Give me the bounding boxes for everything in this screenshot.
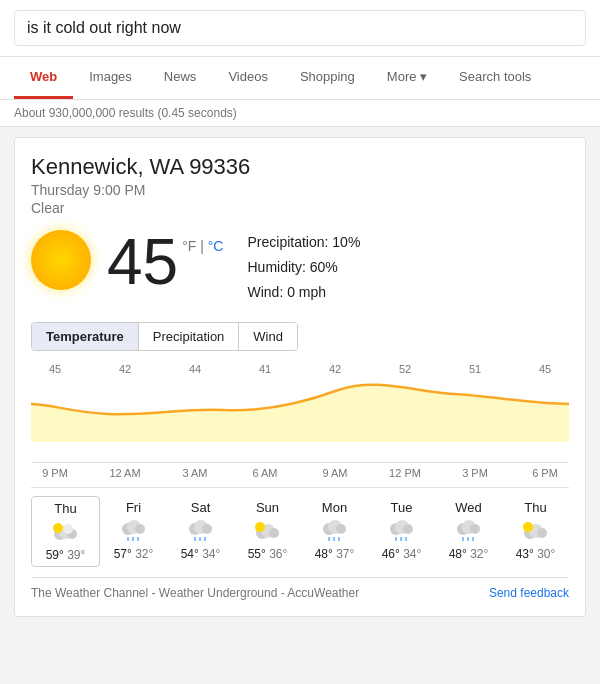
- forecast-day-name-5: Tue: [370, 500, 433, 515]
- time-label-7: 6 PM: [525, 467, 565, 479]
- main-content: Kennewick, WA 99336 Thursday 9:00 PM Cle…: [0, 127, 600, 627]
- forecast-temps-3: 55° 36°: [236, 547, 299, 561]
- chart-svg: [31, 382, 569, 442]
- temperature-chart: 45 42 44 41 42 52 51 45: [31, 363, 569, 463]
- svg-point-41: [537, 528, 547, 538]
- forecast-day-name-6: Wed: [437, 500, 500, 515]
- humidity-detail: Humidity: 60%: [247, 255, 360, 280]
- chart-tab-temperature[interactable]: Temperature: [32, 323, 139, 350]
- sun-icon: [31, 230, 91, 290]
- forecast-icon-1: [118, 519, 150, 541]
- time-label-1: 12 AM: [105, 467, 145, 479]
- temp-unit-c[interactable]: °C: [208, 238, 224, 254]
- weather-condition: Clear: [31, 200, 569, 216]
- chart-val-4: 42: [315, 363, 355, 375]
- time-label-3: 6 AM: [245, 467, 285, 479]
- forecast-icon-7: [520, 519, 552, 541]
- svg-point-13: [202, 524, 212, 534]
- temp-unit-separator: |: [200, 238, 208, 254]
- forecast-temps-6: 48° 32°: [437, 547, 500, 561]
- chart-val-2: 44: [175, 363, 215, 375]
- weather-sources: The Weather Channel - Weather Undergroun…: [31, 586, 359, 600]
- chart-tabs: Temperature Precipitation Wind: [31, 322, 298, 351]
- forecast-day-name-0: Thu: [34, 501, 97, 516]
- forecast-temps-1: 57° 32°: [102, 547, 165, 561]
- tab-shopping[interactable]: Shopping: [284, 57, 371, 99]
- forecast-day-name-3: Sun: [236, 500, 299, 515]
- forecast-day-2[interactable]: Sat 54° 34°: [167, 496, 234, 567]
- weather-main: 45 °F | °C Precipitation: 10% Humidity: …: [31, 230, 569, 306]
- svg-point-7: [135, 524, 145, 534]
- forecast-temps-7: 43° 30°: [504, 547, 567, 561]
- svg-point-19: [269, 528, 279, 538]
- chart-tab-wind[interactable]: Wind: [239, 323, 297, 350]
- forecast-day-0[interactable]: Thu 59° 39°: [31, 496, 100, 567]
- tab-search-tools[interactable]: Search tools: [443, 57, 547, 99]
- forecast-day-name-4: Mon: [303, 500, 366, 515]
- wind-detail: Wind: 0 mph: [247, 280, 360, 305]
- chart-time-labels: 9 PM 12 AM 3 AM 6 AM 9 AM 12 PM 3 PM 6 P…: [31, 467, 569, 479]
- forecast-icon-6: [453, 519, 485, 541]
- forecast-temps-0: 59° 39°: [34, 548, 97, 562]
- chart-val-3: 41: [245, 363, 285, 375]
- svg-point-23: [336, 524, 346, 534]
- forecast-icon-0: [50, 520, 82, 542]
- chart-val-5: 52: [385, 363, 425, 375]
- time-label-5: 12 PM: [385, 467, 425, 479]
- weather-location: Kennewick, WA 99336: [31, 154, 569, 180]
- forecast-icon-2: [185, 519, 217, 541]
- svg-point-3: [63, 524, 73, 534]
- forecast-day-6[interactable]: Wed 48° 32°: [435, 496, 502, 567]
- svg-point-42: [523, 522, 533, 532]
- forecast-day-7[interactable]: Thu 43° 30°: [502, 496, 569, 567]
- svg-point-29: [403, 524, 413, 534]
- weather-card: Kennewick, WA 99336 Thursday 9:00 PM Cle…: [14, 137, 586, 617]
- svg-point-4: [53, 523, 63, 533]
- svg-point-35: [470, 524, 480, 534]
- forecast-temps-4: 48° 37°: [303, 547, 366, 561]
- forecast-icon-5: [386, 519, 418, 541]
- precipitation-detail: Precipitation: 10%: [247, 230, 360, 255]
- search-bar-container: [0, 0, 600, 57]
- results-count: About 930,000,000 results (0.45 seconds): [0, 100, 600, 127]
- temp-unit-f: °F: [182, 238, 196, 254]
- chart-tab-precipitation[interactable]: Precipitation: [139, 323, 240, 350]
- temp-display: 45 °F | °C: [107, 230, 223, 294]
- chart-value-labels: 45 42 44 41 42 52 51 45: [31, 363, 569, 375]
- weather-datetime: Thursday 9:00 PM: [31, 182, 569, 198]
- weather-details: Precipitation: 10% Humidity: 60% Wind: 0…: [247, 230, 360, 306]
- chart-val-0: 45: [35, 363, 75, 375]
- send-feedback-link[interactable]: Send feedback: [489, 586, 569, 600]
- tab-more[interactable]: More ▾: [371, 57, 443, 99]
- tab-web[interactable]: Web: [14, 57, 73, 99]
- tab-videos[interactable]: Videos: [212, 57, 284, 99]
- tab-images[interactable]: Images: [73, 57, 148, 99]
- time-label-4: 9 AM: [315, 467, 355, 479]
- forecast-day-name-2: Sat: [169, 500, 232, 515]
- temperature-value: 45: [107, 230, 178, 294]
- time-label-2: 3 AM: [175, 467, 215, 479]
- forecast-day-1[interactable]: Fri 57° 32°: [100, 496, 167, 567]
- chart-val-6: 51: [455, 363, 495, 375]
- nav-tabs: Web Images News Videos Shopping More ▾ S…: [0, 57, 600, 100]
- forecast-icon-4: [319, 519, 351, 541]
- chart-val-7: 45: [525, 363, 565, 375]
- forecast-icon-3: [252, 519, 284, 541]
- tab-news[interactable]: News: [148, 57, 213, 99]
- forecast-temps-2: 54° 34°: [169, 547, 232, 561]
- search-input[interactable]: [14, 10, 586, 46]
- temp-unit: °F | °C: [182, 238, 223, 254]
- forecast-day-3[interactable]: Sun 55° 36°: [234, 496, 301, 567]
- forecast-day-name-1: Fri: [102, 500, 165, 515]
- weather-footer: The Weather Channel - Weather Undergroun…: [31, 577, 569, 600]
- svg-point-20: [255, 522, 265, 532]
- time-label-6: 3 PM: [455, 467, 495, 479]
- chart-val-1: 42: [105, 363, 145, 375]
- forecast-temps-5: 46° 34°: [370, 547, 433, 561]
- forecast-day-5[interactable]: Tue 46° 34°: [368, 496, 435, 567]
- forecast-day-name-7: Thu: [504, 500, 567, 515]
- forecast-row: Thu 59° 39° Fri: [31, 487, 569, 567]
- forecast-day-4[interactable]: Mon 48° 37°: [301, 496, 368, 567]
- time-label-0: 9 PM: [35, 467, 75, 479]
